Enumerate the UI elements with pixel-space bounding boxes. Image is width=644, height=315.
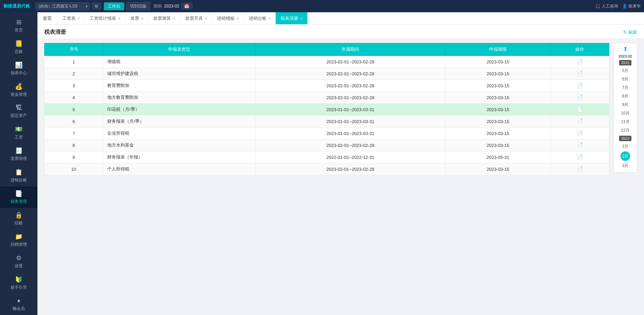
- cell-action-6[interactable]: 📄: [550, 127, 609, 139]
- month-2022-5月[interactable]: 5月: [619, 66, 631, 75]
- cell-action-1[interactable]: 📄: [550, 68, 609, 80]
- month-2023-1月[interactable]: 1月: [619, 142, 631, 151]
- month-2023-2月[interactable]: 2月: [621, 151, 630, 161]
- sidebar-item-tax[interactable]: 📑 税务管理: [0, 186, 37, 208]
- workbench-button[interactable]: 工作台: [104, 2, 124, 10]
- cell-action-0[interactable]: 📄: [550, 56, 609, 68]
- tab-invoice[interactable]: 发票×: [126, 12, 148, 24]
- ai-consult-btn[interactable]: 🎧 人工咨询: [595, 3, 618, 9]
- timeline-panel: ⬆ 2023.02 20225月6月7月8月9月10月11月12月20231月2…: [613, 43, 637, 172]
- col-header-0: 序号: [45, 43, 103, 56]
- action-btn-4[interactable]: 📄: [577, 106, 583, 112]
- month-2022-9月[interactable]: 9月: [619, 101, 631, 109]
- sidebar-item-ledger[interactable]: 📒 总账: [0, 36, 37, 58]
- year-tag-2023[interactable]: 2023: [619, 136, 631, 141]
- action-btn-5[interactable]: 📄: [577, 118, 583, 124]
- cell-action-4[interactable]: 📄: [550, 104, 609, 116]
- table-row: 9 财务报表（年报） 2022-01-01~2022-12-31 2023-05…: [45, 151, 609, 163]
- sidebar-item-purchsale[interactable]: 📋 进销台账: [0, 165, 37, 186]
- tab-close-purchase_check[interactable]: ×: [237, 16, 239, 20]
- company-selector[interactable]: (勿动）江西服宝-LSS ▾: [35, 2, 90, 10]
- sidebar-item-fixed[interactable]: 🏗 固定资产: [0, 101, 37, 122]
- data-table: 序号申报表类型所属期间申报期限操作 1 增值税 2023-02-01~2023-…: [44, 43, 609, 175]
- sidebar-item-salary[interactable]: 💵 工资: [0, 122, 37, 144]
- month-2023-3月[interactable]: 3月: [619, 162, 631, 170]
- sidebar-item-label-fund: 资金管理: [11, 92, 27, 97]
- sidebar-item-settings[interactable]: ⚙ 设置: [0, 251, 37, 272]
- tab-label-purchase_ledger: 进销台账: [249, 15, 267, 21]
- action-btn-7[interactable]: 📄: [577, 142, 583, 148]
- tab-purchase_ledger[interactable]: 进销台账×: [244, 12, 276, 24]
- cell-action-8[interactable]: 📄: [550, 151, 609, 163]
- cell-no-2: 3: [45, 80, 103, 92]
- scroll-up-btn[interactable]: ⬆: [623, 45, 628, 54]
- user-menu[interactable]: 👤 徐涿华: [622, 3, 641, 9]
- sidebar-item-archive[interactable]: 📁 归档管理: [0, 229, 37, 251]
- tab-tax_clear[interactable]: 税表清册×: [276, 12, 307, 24]
- tab-close-tax_clear[interactable]: ×: [300, 16, 302, 20]
- tab-salary_report[interactable]: 工资统计报表×: [85, 12, 125, 24]
- sidebar-item-home[interactable]: ⊞ 首页: [0, 15, 37, 36]
- user-icon: 👤: [622, 4, 627, 9]
- action-btn-9[interactable]: 📄: [577, 166, 583, 172]
- tab-close-purchase_ledger[interactable]: ×: [269, 16, 271, 20]
- cell-action-5[interactable]: 📄: [550, 116, 609, 127]
- month-2022-6月[interactable]: 6月: [619, 75, 631, 84]
- month-2022-10月[interactable]: 10月: [619, 109, 631, 118]
- col-header-3: 申报期限: [446, 43, 551, 56]
- sidebar-item-guide[interactable]: 🔰 新手引导: [0, 272, 37, 294]
- year-tag-2022[interactable]: 2022: [619, 60, 631, 65]
- right-actions: 🎧 人工咨询 👤 徐涿华: [595, 3, 641, 9]
- settings-icon: ⚙: [16, 254, 21, 262]
- tab-close-invoice_open[interactable]: ×: [205, 16, 207, 20]
- purchsale-icon: 📋: [15, 168, 22, 176]
- action-btn-1[interactable]: 📄: [577, 71, 583, 76]
- tab-close-invoice[interactable]: ×: [141, 16, 143, 20]
- tab-purchase_check[interactable]: 进销稽核×: [212, 12, 244, 24]
- tab-close-salary_table[interactable]: ×: [78, 16, 80, 20]
- sidebar-item-fund[interactable]: 💰 资金管理: [0, 79, 37, 101]
- action-btn-6[interactable]: 📄: [577, 130, 583, 136]
- cell-action-9[interactable]: 📄: [550, 163, 609, 175]
- calendar-icon[interactable]: 📅: [181, 3, 192, 10]
- cell-type-8: 财务报表（年报）: [103, 151, 255, 163]
- cell-deadline-1: 2023-03-15: [446, 68, 551, 80]
- cell-no-7: 8: [45, 139, 103, 151]
- tab-salary_table[interactable]: 工资表×: [58, 12, 85, 24]
- month-2023-4月[interactable]: 4月: [619, 170, 631, 172]
- cell-action-3[interactable]: 📄: [550, 92, 609, 104]
- action-btn-3[interactable]: 📄: [577, 94, 583, 100]
- tab-close-invoice_calc[interactable]: ×: [173, 16, 175, 20]
- month-2022-12月[interactable]: 12月: [619, 126, 631, 135]
- tab-invoice_open[interactable]: 发票开具×: [180, 12, 212, 24]
- cell-no-4: 5: [45, 104, 103, 116]
- action-btn-0[interactable]: 📄: [577, 59, 583, 64]
- cell-action-2[interactable]: 📄: [550, 80, 609, 92]
- invoice-icon: 🧾: [15, 147, 22, 154]
- old-version-button[interactable]: 切到旧版: [126, 2, 150, 11]
- cell-action-7[interactable]: 📄: [550, 139, 609, 151]
- cell-type-2: 教育费附加: [103, 80, 255, 92]
- month-2022-7月[interactable]: 7月: [619, 84, 631, 92]
- tab-close-salary_report[interactable]: ×: [118, 16, 120, 20]
- timeline-period-label: 2023.02: [617, 54, 633, 59]
- refresh-button[interactable]: ↻ 刷新: [623, 29, 637, 35]
- refresh-icon: ↻: [623, 30, 627, 35]
- cell-period-0: 2023-02-01~2023-02-28: [255, 56, 446, 68]
- tab-home[interactable]: 首页: [37, 12, 58, 24]
- copy-icon-btn[interactable]: ⧉: [92, 3, 101, 10]
- headset-icon: 🎧: [595, 4, 600, 9]
- action-btn-8[interactable]: 📄: [577, 154, 583, 160]
- month-2022-8月[interactable]: 8月: [619, 92, 631, 101]
- cell-no-8: 9: [45, 151, 103, 163]
- sidebar-item-report[interactable]: 📊 报表中心: [0, 58, 37, 79]
- tab-invoice_calc[interactable]: 发票测算×: [148, 12, 180, 24]
- main-table-wrap: 序号申报表类型所属期间申报期限操作 1 增值税 2023-02-01~2023-…: [44, 43, 609, 311]
- month-2022-11月[interactable]: 11月: [619, 118, 631, 126]
- sidebar-item-invoice[interactable]: 🧾 发票管理: [0, 144, 37, 165]
- action-btn-2[interactable]: 📄: [577, 82, 583, 88]
- sidebar-item-close[interactable]: 🔒 结账: [0, 208, 37, 229]
- salary-icon: 💵: [15, 125, 22, 133]
- sidebar-item-label-settings: 设置: [15, 263, 23, 269]
- sidebar-item-vip[interactable]: ♦ 畅会员: [0, 294, 37, 315]
